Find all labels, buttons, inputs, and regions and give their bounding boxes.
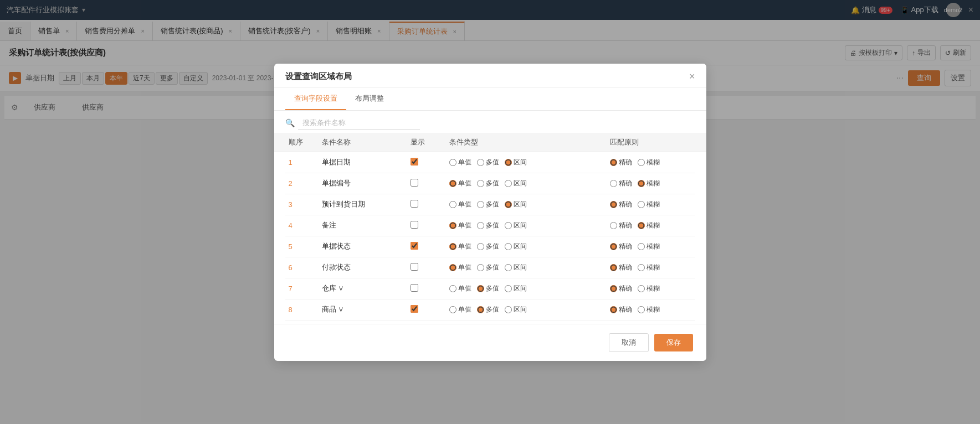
cell-order: 7 [285, 281, 319, 296]
search-icon: 🔍 [285, 118, 295, 127]
cell-match: 精确模糊 [607, 154, 695, 170]
cell-type: 单值多值区间 [446, 175, 607, 192]
radio-match-fuzzy[interactable]: 模糊 [638, 200, 660, 209]
display-checkbox[interactable] [411, 179, 418, 187]
search-input[interactable] [298, 116, 420, 130]
cell-name: 商品 ∨ [319, 301, 407, 318]
radio-match-fuzzy[interactable]: 模糊 [638, 263, 660, 272]
radio-type-range[interactable]: 区间 [505, 242, 527, 251]
table-row: 1单据日期单值多值区间精确模糊 [285, 152, 695, 173]
cell-order: 3 [285, 197, 319, 212]
radio-type-single[interactable]: 单值 [449, 305, 471, 314]
cell-display[interactable] [407, 154, 446, 170]
radio-type-single[interactable]: 单值 [449, 284, 471, 293]
cell-name: 单据日期 [319, 154, 407, 170]
radio-type-range[interactable]: 区间 [505, 221, 527, 230]
radio-type-multi[interactable]: 多值 [477, 284, 499, 293]
cell-name: 付款状态 [319, 259, 407, 276]
table-row: 5单据状态单值多值区间精确模糊 [285, 236, 695, 257]
radio-match-exact[interactable]: 精确 [610, 305, 632, 314]
radio-type-range[interactable]: 区间 [505, 158, 527, 167]
cell-type: 单值多值区间 [446, 281, 607, 297]
cancel-button[interactable]: 取消 [609, 333, 649, 352]
table-row: 6付款状态单值多值区间精确模糊 [285, 257, 695, 278]
radio-type-range[interactable]: 区间 [505, 200, 527, 209]
modal-close-button[interactable]: × [689, 71, 695, 81]
radio-type-single[interactable]: 单值 [449, 221, 471, 230]
radio-type-range[interactable]: 区间 [505, 284, 527, 293]
table-row: 3预计到货日期单值多值区间精确模糊 [285, 194, 695, 215]
radio-match-exact[interactable]: 精确 [610, 263, 632, 272]
cell-type: 单值多值区间 [446, 302, 607, 318]
cell-match: 精确模糊 [607, 197, 695, 213]
modal-table-body: 1单据日期单值多值区间精确模糊2单据编号单值多值区间精确模糊3预计到货日期单值多… [274, 152, 706, 324]
cell-display[interactable] [407, 197, 446, 213]
cell-type: 单值多值区间 [446, 239, 607, 255]
col-header-type: 条件类型 [446, 133, 607, 152]
radio-type-range[interactable]: 区间 [505, 305, 527, 314]
cell-match: 精确模糊 [607, 302, 695, 318]
radio-match-exact[interactable]: 精确 [610, 284, 632, 293]
display-checkbox[interactable] [411, 284, 418, 292]
display-checkbox[interactable] [411, 158, 418, 166]
modal-header: 设置查询区域布局 × [274, 64, 706, 88]
modal-tab-query-fields[interactable]: 查询字段设置 [285, 88, 346, 110]
display-checkbox[interactable] [411, 263, 418, 271]
radio-type-single[interactable]: 单值 [449, 263, 471, 272]
cell-order: 2 [285, 176, 319, 191]
modal-title: 设置查询区域布局 [285, 71, 352, 82]
display-checkbox[interactable] [411, 221, 418, 229]
radio-type-multi[interactable]: 多值 [477, 305, 499, 314]
radio-match-fuzzy[interactable]: 模糊 [638, 284, 660, 293]
cell-display[interactable] [407, 239, 446, 255]
cell-display[interactable] [407, 218, 446, 234]
cell-name: 单据编号 [319, 175, 407, 192]
radio-type-range[interactable]: 区间 [505, 263, 527, 272]
col-header-display: 显示 [407, 133, 446, 152]
cell-match: 精确模糊 [607, 281, 695, 297]
cell-display[interactable] [407, 281, 446, 297]
cell-display[interactable] [407, 302, 446, 318]
radio-match-fuzzy[interactable]: 模糊 [638, 158, 660, 167]
save-button[interactable]: 保存 [654, 334, 693, 351]
cell-match: 精确模糊 [607, 239, 695, 255]
radio-type-single[interactable]: 单值 [449, 242, 471, 251]
radio-type-multi[interactable]: 多值 [477, 179, 499, 188]
radio-type-multi[interactable]: 多值 [477, 242, 499, 251]
radio-type-range[interactable]: 区间 [505, 179, 527, 188]
cell-type: 单值多值区间 [446, 197, 607, 213]
radio-type-multi[interactable]: 多值 [477, 263, 499, 272]
radio-match-fuzzy[interactable]: 模糊 [638, 221, 660, 230]
modal-tab-layout[interactable]: 布局调整 [346, 88, 393, 110]
radio-match-exact[interactable]: 精确 [610, 200, 632, 209]
radio-match-exact[interactable]: 精确 [610, 242, 632, 251]
cell-match: 精确模糊 [607, 260, 695, 276]
table-row: 2单据编号单值多值区间精确模糊 [285, 173, 695, 194]
cell-display[interactable] [407, 175, 446, 192]
display-checkbox[interactable] [411, 305, 418, 313]
display-checkbox[interactable] [411, 200, 418, 208]
radio-type-single[interactable]: 单值 [449, 200, 471, 209]
radio-type-multi[interactable]: 多值 [477, 221, 499, 230]
cell-display[interactable] [407, 260, 446, 276]
radio-type-single[interactable]: 单值 [449, 179, 471, 188]
radio-type-single[interactable]: 单值 [449, 158, 471, 167]
modal-footer: 取消 保存 [274, 324, 706, 361]
cell-name: 单据状态 [319, 238, 407, 255]
modal-dialog: 设置查询区域布局 × 查询字段设置 布局调整 🔍 顺序 条件名称 显示 条件类型… [274, 64, 706, 361]
cell-name: 预计到货日期 [319, 196, 407, 213]
cell-name: 备注 [319, 217, 407, 234]
modal-tabs: 查询字段设置 布局调整 [274, 88, 706, 111]
radio-match-fuzzy[interactable]: 模糊 [638, 242, 660, 251]
col-header-name: 条件名称 [319, 133, 407, 152]
radio-match-fuzzy[interactable]: 模糊 [638, 179, 660, 188]
radio-match-fuzzy[interactable]: 模糊 [638, 305, 660, 314]
radio-match-exact[interactable]: 精确 [610, 179, 632, 188]
radio-match-exact[interactable]: 精确 [610, 158, 632, 167]
radio-type-multi[interactable]: 多值 [477, 158, 499, 167]
radio-type-multi[interactable]: 多值 [477, 200, 499, 209]
radio-match-exact[interactable]: 精确 [610, 221, 632, 230]
cell-order: 8 [285, 302, 319, 317]
modal-table: 顺序 条件名称 显示 条件类型 匹配原则 1单据日期单值多值区间精确模糊2单据编… [274, 133, 706, 324]
display-checkbox[interactable] [411, 242, 418, 250]
